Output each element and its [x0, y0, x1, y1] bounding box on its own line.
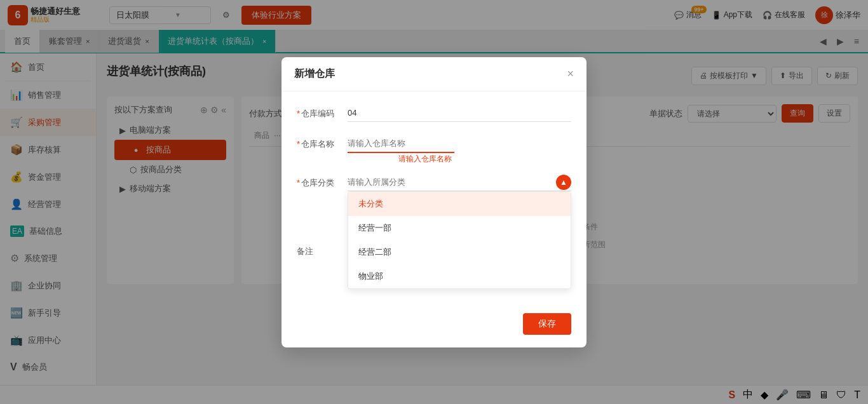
- dialog-close-button[interactable]: ×: [567, 68, 574, 79]
- category-dropdown-toggle[interactable]: ▲: [556, 175, 571, 190]
- name-label: 仓库名称: [297, 135, 348, 150]
- form-row-code: 仓库编码: [297, 104, 571, 122]
- dialog-body: 仓库编码 仓库名称 请输入仓库名称 仓库分类 ▲ 未分类: [281, 91, 587, 306]
- dialog-title: 新增仓库: [294, 67, 335, 81]
- name-error-msg: 请输入仓库名称: [398, 154, 452, 165]
- dialog-footer: 保存: [281, 306, 587, 347]
- code-label: 仓库编码: [297, 104, 348, 119]
- dialog-header: 新增仓库 ×: [281, 57, 587, 91]
- dropdown-item-dept2[interactable]: 经营二部: [348, 240, 571, 264]
- category-label: 仓库分类: [297, 173, 348, 189]
- save-button[interactable]: 保存: [523, 313, 571, 335]
- category-dropdown: 未分类 经营一部 经营二部 物业部: [348, 191, 571, 289]
- category-input[interactable]: [348, 173, 571, 191]
- dropdown-item-dept1[interactable]: 经营一部: [348, 216, 571, 240]
- dropdown-item-property[interactable]: 物业部: [348, 264, 571, 288]
- name-input[interactable]: [348, 135, 454, 153]
- code-input[interactable]: [348, 104, 571, 122]
- dialog-overlay: 新增仓库 × 仓库编码 仓库名称 请输入仓库名称 仓库分类: [0, 0, 868, 404]
- form-row-category: 仓库分类 ▲ 未分类 经营一部 经营二部 物业部: [297, 173, 571, 191]
- note-label: 备注: [297, 242, 348, 257]
- dropdown-item-none[interactable]: 未分类: [348, 192, 571, 216]
- category-select-wrapper: ▲ 未分类 经营一部 经营二部 物业部: [348, 173, 571, 191]
- form-row-name: 仓库名称 请输入仓库名称: [297, 135, 571, 153]
- new-warehouse-dialog: 新增仓库 × 仓库编码 仓库名称 请输入仓库名称 仓库分类: [281, 57, 587, 347]
